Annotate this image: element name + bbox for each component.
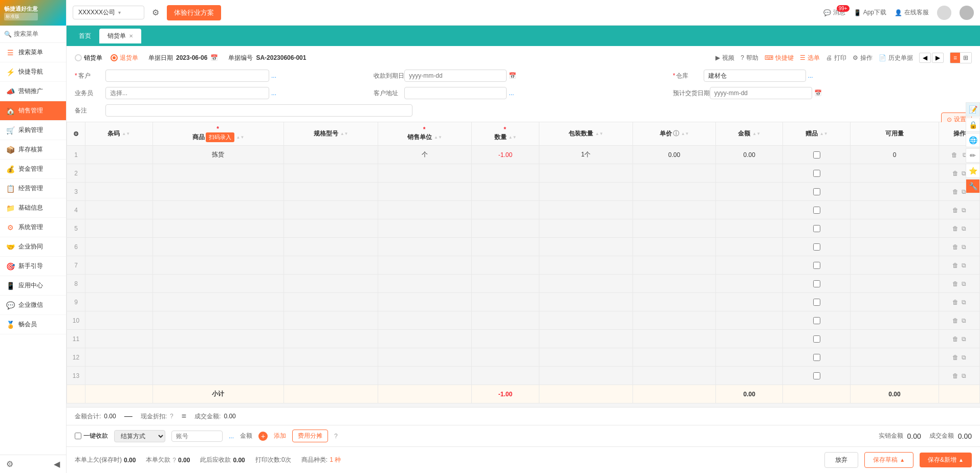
action-print[interactable]: 🖨 打印 xyxy=(826,54,846,62)
company-selector[interactable]: XXXXXX公司 ▾ xyxy=(73,6,144,19)
prev-arrow-btn[interactable]: ◀ xyxy=(919,53,931,63)
warehouse-dots[interactable]: ... xyxy=(808,72,813,79)
abandon-btn[interactable]: 放弃 xyxy=(824,452,858,468)
fee-help-icon[interactable]: ? xyxy=(334,433,338,440)
row11-gift-checkbox[interactable] xyxy=(813,335,820,343)
row11-copy-icon[interactable]: ⧉ xyxy=(962,335,966,343)
row13-copy-icon[interactable]: ⧉ xyxy=(962,372,966,379)
one-click-pay-checkbox[interactable]: 一键收款 xyxy=(75,432,108,440)
sidebar-item-capital[interactable]: 💰 资金管理 xyxy=(0,160,66,179)
customer-addr-dots[interactable]: ... xyxy=(509,89,514,97)
action-shortcut[interactable]: ⌨ 快捷键 xyxy=(765,54,794,62)
row7-gift-checkbox[interactable] xyxy=(813,262,820,269)
calendar-icon[interactable]: 📅 xyxy=(210,54,218,61)
row8-copy-icon[interactable]: ⧉ xyxy=(962,280,966,287)
row11-delete-icon[interactable]: 🗑 xyxy=(952,335,959,343)
row13-gift-checkbox[interactable] xyxy=(813,372,820,379)
row7-delete-icon[interactable]: 🗑 xyxy=(952,262,959,269)
row1-quantity[interactable]: -1.00 xyxy=(472,146,539,164)
row4-copy-icon[interactable]: ⧉ xyxy=(962,207,966,214)
price-sort-icon[interactable]: ▲▼ xyxy=(681,131,689,136)
price-info-icon[interactable]: ⓘ xyxy=(673,129,679,138)
fee-btn[interactable]: 费用分摊 xyxy=(292,430,328,442)
row6-gift-checkbox[interactable] xyxy=(813,243,820,251)
row2-gift-checkbox[interactable] xyxy=(813,170,820,177)
due-date-calendar-icon[interactable]: 📅 xyxy=(509,72,516,79)
row13-delete-icon[interactable]: 🗑 xyxy=(952,372,959,379)
row8-delete-icon[interactable]: 🗑 xyxy=(952,280,959,287)
customer-addr-input[interactable] xyxy=(404,87,507,99)
save-draft-btn[interactable]: 保存草稿 ▲ xyxy=(864,452,913,468)
salesperson-input[interactable] xyxy=(105,87,269,99)
row1-gift-checkbox[interactable] xyxy=(813,151,820,159)
row3-delete-icon[interactable]: 🗑 xyxy=(952,188,959,195)
right-panel-btn-1[interactable]: 📝 xyxy=(966,102,980,117)
sidebar-item-enterprise-coop[interactable]: 🤝 企业协同 xyxy=(0,237,66,257)
trial-btn[interactable]: 体验行业方案 xyxy=(167,5,221,20)
grid-view-btn[interactable]: ⊞ xyxy=(960,53,971,63)
next-arrow-btn[interactable]: ▶ xyxy=(932,53,944,63)
row1-product[interactable]: 拣货 xyxy=(153,146,284,164)
sidebar-item-purchase-mgmt[interactable]: 🛒 采购管理 xyxy=(0,121,66,140)
row9-delete-icon[interactable]: 🗑 xyxy=(952,299,959,306)
action-history[interactable]: 📄 历史单据 xyxy=(879,54,913,62)
radio-return-bill[interactable]: 退货单 xyxy=(111,54,138,62)
row1-barcode[interactable] xyxy=(85,146,153,164)
sidebar-item-ops[interactable]: 📋 经营管理 xyxy=(0,179,66,198)
right-panel-btn-3[interactable]: 🌐 xyxy=(966,133,980,147)
sidebar-collapse-icon[interactable]: ◀ xyxy=(54,459,60,469)
sidebar-item-quick-nav2[interactable]: ⚡ 快捷导航 xyxy=(0,62,66,82)
row1-delete-icon[interactable]: 🗑 xyxy=(951,151,957,159)
product-kind-value[interactable]: 1 种 xyxy=(330,456,341,464)
row1-pack-qty[interactable]: 1个 xyxy=(539,146,633,164)
due-date-input[interactable] xyxy=(404,70,507,82)
unit-sort-icon[interactable]: ▲▼ xyxy=(434,135,442,140)
sidebar-item-app-center[interactable]: 📱 应用中心 xyxy=(0,276,66,296)
row3-gift-checkbox[interactable] xyxy=(813,188,820,195)
row4-delete-icon[interactable]: 🗑 xyxy=(952,207,959,214)
table-container[interactable]: ⚙ 条码 ▲▼ 商品 扫码录入 xyxy=(67,122,980,407)
gift-sort-icon[interactable]: ▲▼ xyxy=(820,131,828,136)
row12-copy-icon[interactable]: ⧉ xyxy=(962,354,966,361)
spec-sort-icon[interactable]: ▲▼ xyxy=(340,131,349,136)
row12-gift-checkbox[interactable] xyxy=(813,354,820,361)
list-view-btn[interactable]: ≡ xyxy=(950,53,960,63)
row2-delete-icon[interactable]: 🗑 xyxy=(952,170,959,177)
salesperson-dots[interactable]: ... xyxy=(271,89,276,97)
row5-copy-icon[interactable]: ⧉ xyxy=(962,225,966,232)
row1-gift[interactable] xyxy=(783,146,851,164)
row1-unit[interactable]: 个 xyxy=(378,146,471,164)
action-help[interactable]: ? 帮助 xyxy=(741,54,758,62)
row5-delete-icon[interactable]: 🗑 xyxy=(952,225,959,232)
radio-sales-bill[interactable]: 销货单 xyxy=(75,54,102,62)
tab-close-icon[interactable]: ✕ xyxy=(129,33,133,39)
cash-discount-info-icon[interactable]: ? xyxy=(170,413,173,420)
barcode-sort-icon[interactable]: ▲▼ xyxy=(122,131,130,136)
sidebar-item-basic-info[interactable]: 📁 基础信息 xyxy=(0,198,66,218)
add-payment-btn[interactable]: + xyxy=(258,432,268,441)
col-settings-icon[interactable]: ⚙ xyxy=(73,130,79,138)
right-panel-btn-6[interactable]: 🔧 xyxy=(966,179,980,193)
online-service-btn[interactable]: 👤 在线客服 xyxy=(895,8,929,17)
sidebar-item-new-guide[interactable]: 🎯 新手引导 xyxy=(0,257,66,276)
account-input[interactable] xyxy=(171,431,223,442)
remark-input[interactable] xyxy=(105,104,412,117)
row4-gift-checkbox[interactable] xyxy=(813,207,820,214)
row1-amount[interactable]: 0.00 xyxy=(715,146,783,164)
row10-delete-icon[interactable]: 🗑 xyxy=(952,317,959,324)
row6-copy-icon[interactable]: ⧉ xyxy=(962,243,966,251)
row8-gift-checkbox[interactable] xyxy=(813,280,820,287)
warehouse-input[interactable] xyxy=(704,70,806,82)
customer-dots[interactable]: ... xyxy=(271,72,276,79)
tab-home[interactable]: 首页 xyxy=(71,29,99,43)
amount-sort-icon[interactable]: ▲▼ xyxy=(752,131,760,136)
row6-delete-icon[interactable]: 🗑 xyxy=(952,243,959,251)
account-dots[interactable]: ... xyxy=(229,433,234,440)
expected-date-input[interactable] xyxy=(710,87,812,99)
row9-copy-icon[interactable]: ⧉ xyxy=(962,299,966,306)
sidebar-search[interactable]: 🔍 搜索菜单 xyxy=(0,26,66,43)
customer-input[interactable] xyxy=(105,70,269,82)
sidebar-item-marketing[interactable]: 📣 营销推广 xyxy=(0,82,66,101)
row1-price[interactable]: 0.00 xyxy=(633,146,716,164)
right-panel-btn-2[interactable]: 🔒 xyxy=(966,118,980,132)
